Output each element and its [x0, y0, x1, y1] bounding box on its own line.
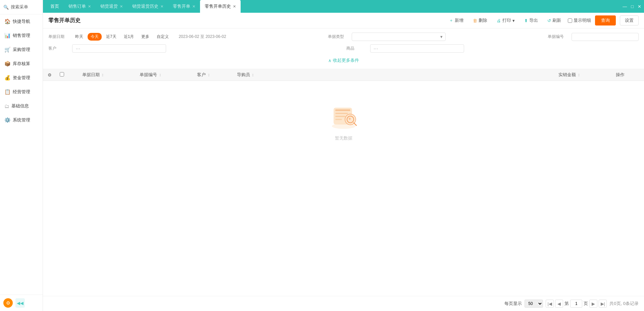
- tab-sales-order[interactable]: 销售订单✕: [64, 0, 96, 13]
- tab-sales-return-history[interactable]: 销货退货历史✕: [128, 0, 168, 13]
- close-button[interactable]: ✕: [638, 4, 641, 9]
- date-btn-近7天[interactable]: 近7天: [103, 33, 119, 41]
- show-detail-checkbox-label[interactable]: 显示明细: [568, 17, 591, 23]
- maximize-button[interactable]: □: [631, 4, 634, 9]
- toolbar: 零售开单历史 ＋ 新增 🗑 删除 🖨 打印 ▾ ⬆ 导出: [43, 13, 644, 29]
- sidebar-item-sales[interactable]: 📊销售管理: [0, 29, 43, 43]
- select-all-checkbox[interactable]: [60, 72, 64, 76]
- show-detail-checkbox[interactable]: [568, 18, 572, 23]
- date-btn-昨天[interactable]: 昨天: [72, 33, 86, 41]
- page-title: 零售开单历史: [48, 17, 446, 24]
- per-page-select[interactable]: 50 10 20 100: [525, 300, 543, 308]
- tab-close-sales-order[interactable]: ✕: [88, 4, 91, 9]
- number-filter-input[interactable]: [572, 33, 639, 41]
- sidebar-search[interactable]: 🔍 搜索采单: [0, 0, 43, 14]
- sidebar-label-operation: 经营管理: [13, 89, 30, 95]
- customer-filter-input[interactable]: ···: [72, 44, 166, 53]
- search-icon: 🔍: [3, 5, 9, 10]
- export-icon: ⬆: [524, 18, 528, 23]
- th-amount[interactable]: 实销金额 ↕: [555, 69, 612, 81]
- empty-state: 暂无数据: [43, 81, 644, 148]
- date-sort-icon: ↕: [102, 72, 104, 77]
- tab-close-retail-open-history[interactable]: ✕: [233, 4, 236, 9]
- collapse-filter-button[interactable]: ∧ 收起更多条件: [48, 56, 639, 65]
- settings-button[interactable]: ⚙: [3, 298, 13, 308]
- sidebar-item-inventory[interactable]: 📦库存核算: [0, 57, 43, 71]
- print-button[interactable]: 🖨 打印 ▾: [494, 16, 517, 25]
- date-buttons: 昨天今天近7天近1月更多自定义: [72, 33, 172, 41]
- sidebar-label-basic: 基础信息: [11, 103, 29, 109]
- collapse-label: 收起更多条件: [333, 57, 359, 63]
- add-button[interactable]: ＋ 新增: [446, 16, 466, 25]
- date-range: 2023-06-02 至 2023-06-02: [179, 34, 226, 40]
- window-controls: — □ ✕: [623, 4, 641, 9]
- page-number-input[interactable]: [570, 300, 582, 308]
- date-btn-近1月[interactable]: 近1月: [121, 33, 137, 41]
- product-filter-input[interactable]: ···: [370, 44, 464, 53]
- sidebar-item-basic[interactable]: 🗂基础信息: [0, 99, 43, 113]
- empty-text: 暂无数据: [335, 135, 352, 141]
- product-placeholder: ···: [374, 46, 379, 51]
- tab-label-sales-order: 销售订单: [68, 3, 86, 9]
- next-page-button[interactable]: ▶: [589, 300, 597, 308]
- toolbar-actions: ＋ 新增 🗑 删除 🖨 打印 ▾ ⬆ 导出 ↺ 刷新: [446, 15, 639, 25]
- prev-page-button[interactable]: ◀: [555, 300, 563, 308]
- date-btn-今天[interactable]: 今天: [88, 33, 102, 41]
- date-btn-更多[interactable]: 更多: [138, 33, 152, 41]
- first-page-button[interactable]: |◀: [546, 300, 554, 308]
- operation-icon: 📋: [4, 89, 11, 95]
- type-filter-select[interactable]: ▾: [352, 33, 446, 41]
- tab-home[interactable]: 首页: [46, 0, 64, 13]
- export-label: 导出: [529, 17, 538, 23]
- tab-close-sales-return-history[interactable]: ✕: [160, 4, 163, 9]
- tab-close-sales-return[interactable]: ✕: [120, 4, 123, 9]
- sidebar-item-operation[interactable]: 📋经营管理: [0, 85, 43, 99]
- tab-retail-open[interactable]: 零售开单✕: [168, 0, 200, 13]
- delete-icon: 🗑: [473, 18, 477, 23]
- page-nav: |◀ ◀ 第 页 ▶ ▶|: [546, 300, 607, 308]
- query-button[interactable]: 查询: [595, 15, 616, 25]
- th-number[interactable]: 单据编号 ↕: [136, 69, 194, 81]
- th-settings[interactable]: ⚙: [43, 69, 56, 81]
- tab-sales-return[interactable]: 销货退货✕: [96, 0, 128, 13]
- number-sort-icon: ↕: [159, 72, 161, 77]
- sidebar-item-finance[interactable]: 💰资金管理: [0, 71, 43, 85]
- delete-button[interactable]: 🗑 删除: [470, 16, 490, 25]
- collapse-icon: ∧: [328, 58, 332, 63]
- th-customer[interactable]: 客户 ↕: [194, 69, 233, 81]
- svg-point-9: [349, 118, 351, 120]
- table-area: ⚙ 单据日期 ↕ 单据编号 ↕ 客户 ↕ 导购员 ↕ 实销金额 ↕ 操作: [43, 69, 644, 296]
- last-page-button[interactable]: ▶|: [599, 300, 607, 308]
- th-spacer: [282, 69, 555, 81]
- purchase-icon: 🛒: [4, 47, 11, 53]
- refresh-button[interactable]: ↺ 刷新: [545, 16, 564, 25]
- show-detail-text: 显示明细: [574, 17, 591, 23]
- tab-close-retail-open[interactable]: ✕: [192, 4, 195, 9]
- tab-label-retail-open-history: 零售开单历史: [205, 3, 231, 9]
- th-guide[interactable]: 导购员 ↕: [234, 69, 282, 81]
- sidebar-label-system: 系统管理: [13, 117, 30, 123]
- sidebar-item-quicknav[interactable]: 🏠快捷导航: [0, 14, 43, 29]
- refresh-label: 刷新: [552, 17, 561, 23]
- amount-sort-icon: ↕: [578, 72, 580, 77]
- setting-button[interactable]: 设置: [620, 15, 639, 25]
- sidebar-item-system[interactable]: ⚙️系统管理: [0, 113, 43, 127]
- th-action: 操作: [612, 69, 644, 81]
- sidebar-label-finance: 资金管理: [13, 75, 30, 81]
- customer-filter-label: 客户: [48, 46, 67, 51]
- collapse-sidebar-button[interactable]: ◀◀: [15, 298, 25, 308]
- tab-label-home: 首页: [50, 3, 59, 9]
- th-date[interactable]: 单据日期 ↕: [79, 69, 136, 81]
- svg-rect-5: [335, 119, 342, 120]
- date-btn-自定义[interactable]: 自定义: [154, 33, 172, 41]
- tab-label-sales-return-history: 销货退货历史: [132, 3, 158, 9]
- tab-retail-open-history[interactable]: 零售开单历史✕: [200, 0, 241, 13]
- type-filter-label: 单据类型: [328, 34, 346, 40]
- page-label-pre: 第: [564, 301, 569, 307]
- sidebar-item-purchase[interactable]: 🛒采购管理: [0, 43, 43, 57]
- minimize-button[interactable]: —: [623, 4, 627, 9]
- system-icon: ⚙️: [4, 117, 11, 123]
- th-checkbox: [56, 69, 79, 81]
- page-area: 零售开单历史 ＋ 新增 🗑 删除 🖨 打印 ▾ ⬆ 导出: [43, 13, 644, 311]
- export-button[interactable]: ⬆ 导出: [522, 16, 541, 25]
